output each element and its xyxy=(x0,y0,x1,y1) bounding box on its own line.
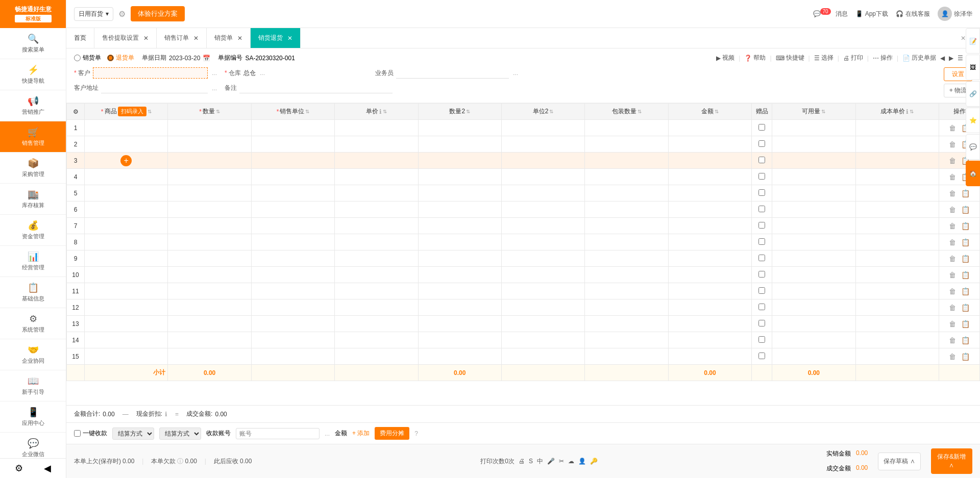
row-price[interactable] xyxy=(335,218,418,234)
sort-unit2-icon[interactable]: ⇅ xyxy=(549,109,553,114)
sort-price-icon[interactable]: ⇅ xyxy=(383,109,387,114)
copy-icon[interactable]: 📋 xyxy=(961,353,970,361)
tab-sales-order[interactable]: 销售订单 ✕ xyxy=(157,28,207,48)
row-product[interactable] xyxy=(85,250,168,267)
toolbar-shortcut[interactable]: ⌨ 快捷键 xyxy=(776,54,804,62)
row-qty[interactable] xyxy=(168,218,251,234)
sidebar-item-guide[interactable]: 📖 新手引导 xyxy=(0,370,66,401)
cloud-icon[interactable]: ☁ xyxy=(568,458,574,465)
row-available[interactable] xyxy=(772,316,855,332)
row-pack-qty[interactable] xyxy=(585,267,668,283)
row-pack-qty[interactable] xyxy=(585,299,668,316)
row-unit2[interactable] xyxy=(501,234,584,250)
gift-checkbox[interactable] xyxy=(758,238,765,245)
row-product[interactable] xyxy=(85,299,168,316)
sidebar-item-system[interactable]: ⚙ 系统管理 xyxy=(0,308,66,339)
delete-icon[interactable]: 🗑 xyxy=(949,287,956,295)
row-unit2[interactable] xyxy=(501,348,584,365)
sidebar-item-search[interactable]: 🔍 搜索菜单 xyxy=(0,28,66,59)
row-amount[interactable] xyxy=(668,136,751,153)
right-icon-star[interactable]: ⭐ xyxy=(966,108,980,133)
row-qty2[interactable] xyxy=(418,120,501,136)
row-price[interactable] xyxy=(335,185,418,202)
delete-icon[interactable]: 🗑 xyxy=(949,140,956,148)
right-icon-note[interactable]: 📝 xyxy=(966,28,980,54)
row-gift[interactable] xyxy=(752,185,772,202)
toolbar-prev[interactable]: ◀ xyxy=(940,55,945,62)
customer-input[interactable] xyxy=(93,67,208,79)
row-product[interactable] xyxy=(85,316,168,332)
gift-checkbox[interactable] xyxy=(758,255,765,261)
row-gift[interactable] xyxy=(752,316,772,332)
toolbar-history[interactable]: 📄 历史单据 xyxy=(902,54,936,62)
row-cost-price[interactable] xyxy=(855,332,939,348)
delete-icon[interactable]: 🗑 xyxy=(949,271,956,279)
row-cost-price[interactable] xyxy=(855,283,939,299)
row-cost-price[interactable] xyxy=(855,153,939,169)
row-gift[interactable] xyxy=(752,202,772,218)
settle-select[interactable]: 结算方式 xyxy=(112,427,154,440)
row-gift[interactable] xyxy=(752,299,772,316)
row-product[interactable]: + xyxy=(85,153,168,169)
row-unit2[interactable] xyxy=(501,120,584,136)
sidebar-item-app-center[interactable]: 📱 应用中心 xyxy=(0,401,66,433)
print-icon2[interactable]: 🖨 xyxy=(519,458,525,465)
date-value[interactable]: 2023-03-20 xyxy=(169,55,200,62)
settings-gear-icon[interactable]: ⚙ xyxy=(118,9,126,19)
copy-icon[interactable]: 📋 xyxy=(961,189,970,197)
row-available[interactable] xyxy=(772,153,855,169)
mic-icon[interactable]: 🎤 xyxy=(547,458,555,465)
row-available[interactable] xyxy=(772,136,855,153)
row-cost-price[interactable] xyxy=(855,348,939,365)
gift-checkbox[interactable] xyxy=(758,222,765,229)
row-gift[interactable] xyxy=(752,136,772,153)
row-price[interactable] xyxy=(335,202,418,218)
th-gear[interactable]: ⚙ xyxy=(67,104,85,120)
row-cost-price[interactable] xyxy=(855,316,939,332)
row-product[interactable] xyxy=(85,267,168,283)
close-sales-return-icon[interactable]: ✕ xyxy=(287,35,292,42)
row-unit2[interactable] xyxy=(501,283,584,299)
row-available[interactable] xyxy=(772,169,855,185)
close-sales-icon[interactable]: ✕ xyxy=(237,35,242,42)
row-amount[interactable] xyxy=(668,250,751,267)
sort-cost-icon[interactable]: ⇅ xyxy=(910,109,914,114)
row-gift[interactable] xyxy=(752,218,772,234)
delete-icon[interactable]: 🗑 xyxy=(949,336,956,344)
toolbar-help[interactable]: ❓ 帮助 xyxy=(744,54,766,62)
row-available[interactable] xyxy=(772,234,855,250)
row-unit[interactable] xyxy=(251,332,334,348)
close-sales-order-icon[interactable]: ✕ xyxy=(193,35,199,42)
row-qty2[interactable] xyxy=(418,348,501,365)
close-all-icon[interactable]: ✕ xyxy=(961,35,966,42)
row-unit2[interactable] xyxy=(501,299,584,316)
row-unit[interactable] xyxy=(251,299,334,316)
row-cost-price[interactable] xyxy=(855,267,939,283)
row-amount[interactable] xyxy=(668,169,751,185)
row-available[interactable] xyxy=(772,185,855,202)
cost-help-icon[interactable]: ℹ xyxy=(906,108,909,115)
user-icon2[interactable]: 🔑 xyxy=(590,458,598,465)
sidebar-item-purchase[interactable]: 📦 采购管理 xyxy=(0,153,66,184)
notification-item[interactable]: 💬 70 消息 xyxy=(813,10,848,18)
row-gift[interactable] xyxy=(752,250,772,267)
row-pack-qty[interactable] xyxy=(585,185,668,202)
row-unit[interactable] xyxy=(251,316,334,332)
row-qty2[interactable] xyxy=(418,250,501,267)
delete-icon[interactable]: 🗑 xyxy=(949,222,956,230)
row-unit[interactable] xyxy=(251,234,334,250)
row-amount[interactable] xyxy=(668,267,751,283)
settings-icon[interactable]: ⚙ xyxy=(15,463,23,474)
row-gift[interactable] xyxy=(752,120,772,136)
row-product[interactable] xyxy=(85,202,168,218)
gift-checkbox[interactable] xyxy=(758,206,765,212)
row-product[interactable] xyxy=(85,348,168,365)
row-price[interactable] xyxy=(335,120,418,136)
address-input[interactable] xyxy=(101,83,208,93)
sidebar-item-marketing[interactable]: 📢 营销推广 xyxy=(0,90,66,121)
row-available[interactable] xyxy=(772,120,855,136)
delete-icon[interactable]: 🗑 xyxy=(949,304,956,312)
row-qty2[interactable] xyxy=(418,316,501,332)
sidebar-item-sales-mgmt[interactable]: 🛒 销售管理 xyxy=(0,121,66,153)
sort-amount-icon[interactable]: ⇅ xyxy=(715,109,719,114)
